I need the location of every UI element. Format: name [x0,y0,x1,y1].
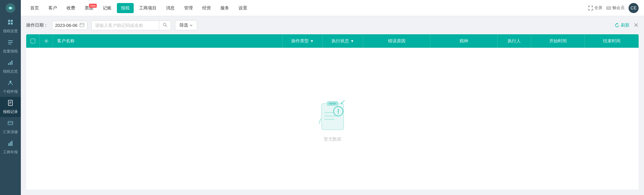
member-btn[interactable]: 畅会员 [606,5,625,11]
th-customer-name: 客户名称 [53,34,283,48]
new-badge: new [89,4,97,8]
sidebar: 报税设置 批量报税 报税总览 个税申报 [0,0,21,195]
th-operation-type: 操作类型 ▼ [283,34,323,48]
nav-item-home[interactable]: 首页 [26,3,43,13]
svg-line-45 [319,119,321,122]
content-area: 操作日期： 2023-06-06 [21,16,644,195]
individual-tax-icon [7,79,14,88]
sidebar-item-label: 报税记录 [3,109,18,114]
svg-rect-2 [8,20,10,22]
sidebar-item-label: 报税设置 [3,29,18,34]
nav-item-customer[interactable]: 客户 [44,3,61,13]
filter-button[interactable]: 筛选 [175,20,197,30]
date-value: 2023-06-06 [55,23,78,28]
th-executor: 执行人 [498,34,531,48]
nav-items: 首页 客户 收费 票据 new 记账 报税 工商项目 消息 管理 经营 服务 设… [26,3,588,13]
svg-rect-20 [10,142,11,146]
toolbar: 操作日期： 2023-06-06 [21,16,644,34]
date-picker[interactable]: 2023-06-06 [52,21,87,30]
column-settings-icon [44,39,49,43]
th-settings[interactable] [40,34,53,48]
nav-item-tax[interactable]: 报税 [117,3,134,13]
nav-item-management[interactable]: 管理 [180,3,197,13]
svg-rect-9 [8,63,9,65]
sidebar-item-label: 报税总览 [3,69,18,74]
table-container: 客户名称 操作类型 ▼ 执行状态 ▼ 错误原因 税种 执行人 [26,34,639,190]
th-exec-status: 执行状态 ▼ [323,34,363,48]
nav-item-message[interactable]: 消息 [162,3,179,13]
svg-point-46 [319,122,320,124]
avatar[interactable]: CE [629,3,639,13]
svg-point-31 [163,23,166,26]
fullscreen-label: 全屏 [594,5,602,11]
select-all-checkbox[interactable] [31,39,35,43]
batch-tax-icon [7,39,14,47]
member-label: 畅会员 [612,5,625,11]
chevron-down-icon [189,24,193,27]
nav-item-settings[interactable]: 设置 [234,3,251,13]
tax-overview-icon [7,59,14,68]
sidebar-item-label: 个税申报 [3,89,18,94]
nav-item-operation[interactable]: 经营 [198,3,215,13]
th-start-time: 开始时间 [531,34,585,48]
svg-rect-4 [8,23,10,25]
svg-rect-21 [11,141,12,146]
th-tax-type: 税种 [430,34,498,48]
annual-report-icon [7,140,14,148]
table-header: 客户名称 操作类型 ▼ 执行状态 ▼ 错误原因 税种 执行人 [26,34,639,48]
refresh-icon [615,23,619,28]
svg-rect-17 [8,121,13,125]
empty-text: 暂无数据 [324,136,341,142]
calendar-icon [80,23,84,28]
svg-point-1 [9,7,11,9]
nav-item-bookkeeping[interactable]: 记账 [99,3,116,13]
svg-rect-10 [10,62,11,65]
svg-rect-7 [8,42,13,43]
member-icon [606,6,611,10]
svg-rect-11 [11,61,12,65]
svg-point-44 [341,103,342,104]
fullscreen-icon [588,6,593,10]
sidebar-item-annual-report[interactable]: 工商年报 [0,137,21,157]
tax-settings-icon [7,19,14,27]
svg-rect-23 [607,7,611,9]
sidebar-item-individual-tax[interactable]: 个税申报 [0,77,21,97]
close-button[interactable]: ✕ [634,22,639,29]
svg-line-32 [166,26,167,27]
nav-item-business[interactable]: 工商项目 [135,3,161,13]
sidebar-item-tax-payment[interactable]: 汇算清缴 [0,117,21,137]
svg-point-12 [9,81,11,83]
top-nav: 首页 客户 收费 票据 new 记账 报税 工商项目 消息 管理 经营 服务 设… [21,0,644,16]
filter-icon-status[interactable]: ▼ [350,39,354,43]
sidebar-item-label: 工商年报 [3,150,18,155]
table-body-empty: 暂无数据 [26,48,639,190]
search-wrap [91,21,171,30]
search-input[interactable] [92,21,159,30]
date-label: 操作日期： [26,22,48,28]
nav-right: 全屏 畅会员 CE [588,3,639,13]
svg-point-33 [46,40,47,42]
th-checkbox[interactable] [26,34,40,48]
sidebar-item-tax-overview[interactable]: 报税总览 [0,56,21,77]
th-end-time: 结束时间 [585,34,639,48]
sidebar-item-batch-tax[interactable]: 批量报税 [0,36,21,56]
svg-rect-6 [8,40,13,41]
svg-rect-3 [11,20,13,22]
sidebar-item-tax-settings[interactable]: 报税设置 [0,16,21,36]
nav-item-collection[interactable]: 收费 [62,3,79,13]
nav-item-invoice[interactable]: 票据 new [81,3,97,13]
svg-rect-8 [8,44,11,44]
filter-icon-operation[interactable]: ▼ [310,39,314,43]
sidebar-logo[interactable] [0,0,21,16]
empty-illustration [314,95,351,132]
refresh-button[interactable]: 刷新 [615,22,630,28]
sidebar-item-tax-records[interactable]: 报税记录 [0,97,21,117]
search-button[interactable] [159,21,171,30]
fullscreen-btn[interactable]: 全屏 [588,5,602,11]
svg-point-42 [338,113,339,114]
tax-records-icon [7,100,14,108]
main-container: 首页 客户 收费 票据 new 记账 报税 工商项目 消息 管理 经营 服务 设… [21,0,644,195]
tax-payment-icon [7,120,14,128]
nav-item-service[interactable]: 服务 [216,3,233,13]
svg-point-24 [608,7,609,8]
